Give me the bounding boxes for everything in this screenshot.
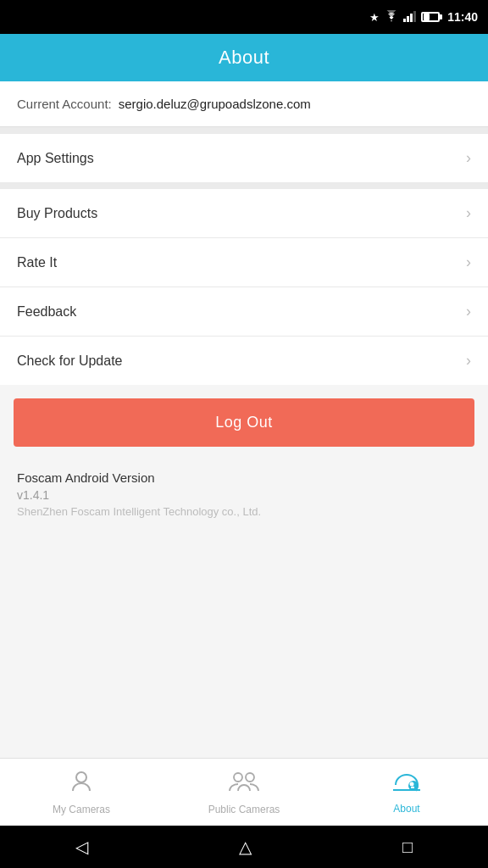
svg-rect-2: [410, 14, 413, 22]
my-cameras-label: My Cameras: [53, 804, 110, 815]
svg-rect-3: [413, 11, 416, 22]
version-section: Foscam Android Version v1.4.1 ShenZhen F…: [0, 460, 488, 528]
svg-rect-1: [407, 16, 409, 22]
svg-point-7: [408, 781, 419, 791]
menu-item-check-update[interactable]: Check for Update ›: [0, 337, 488, 385]
svg-point-5: [234, 773, 242, 782]
main-content: Current Account: sergio.deluz@grupoadslz…: [0, 81, 488, 758]
chevron-icon-5: ›: [466, 352, 471, 370]
svg-rect-0: [403, 19, 406, 22]
feedback-label: Feedback: [17, 304, 76, 320]
nav-item-about[interactable]: About: [325, 770, 488, 815]
my-cameras-icon: [69, 769, 94, 800]
status-time: 11:40: [447, 10, 478, 24]
menu-section-1: App Settings ›: [0, 134, 488, 182]
app-name: Foscam Android Version: [17, 470, 471, 485]
svg-point-8: [410, 782, 414, 787]
wifi-icon: [384, 10, 399, 25]
nav-item-public-cameras[interactable]: Public Cameras: [163, 769, 325, 815]
signal-icon: [403, 10, 417, 25]
logout-section: Log Out: [0, 385, 488, 460]
menu-item-app-settings[interactable]: App Settings ›: [0, 134, 488, 182]
section-divider-1: [0, 127, 488, 134]
menu-item-buy-products[interactable]: Buy Products ›: [0, 189, 488, 238]
svg-point-6: [246, 773, 254, 782]
svg-point-4: [76, 772, 86, 782]
logout-button[interactable]: Log Out: [14, 398, 474, 447]
app-version: v1.4.1: [17, 488, 471, 502]
status-bar: ★ 11:40: [0, 0, 488, 34]
account-section: Current Account: sergio.deluz@grupoadslz…: [0, 81, 488, 127]
menu-item-rate-it[interactable]: Rate It ›: [0, 238, 488, 287]
rate-it-label: Rate It: [17, 255, 57, 270]
menu-item-feedback[interactable]: Feedback ›: [0, 287, 488, 337]
chevron-icon: ›: [466, 149, 471, 167]
chevron-icon-4: ›: [466, 303, 471, 320]
about-icon: [389, 770, 424, 799]
battery-icon: [421, 12, 440, 22]
home-button[interactable]: △: [239, 837, 252, 857]
star-icon: ★: [369, 11, 380, 24]
bottom-navigation: My Cameras Public Cameras About: [0, 758, 488, 826]
android-nav-bar: ◁ △ □: [0, 826, 488, 868]
page-title: About: [219, 47, 269, 69]
back-button[interactable]: ◁: [75, 837, 88, 857]
chevron-icon-3: ›: [466, 253, 471, 271]
account-label: Current Account:: [17, 97, 112, 111]
menu-section-2: Buy Products › Rate It › Feedback › Chec…: [0, 189, 488, 385]
about-label: About: [393, 803, 419, 815]
public-cameras-icon: [226, 769, 262, 800]
app-settings-label: App Settings: [17, 151, 94, 166]
nav-item-my-cameras[interactable]: My Cameras: [0, 769, 163, 815]
chevron-icon-2: ›: [466, 204, 471, 222]
account-value: sergio.deluz@grupoadslzone.com: [119, 97, 311, 111]
buy-products-label: Buy Products: [17, 206, 97, 221]
section-divider-2: [0, 182, 488, 189]
app-company: ShenZhen Foscam Intelligent Technology c…: [17, 505, 471, 518]
recents-button[interactable]: □: [402, 837, 413, 857]
public-cameras-label: Public Cameras: [208, 804, 280, 815]
app-header: About: [0, 34, 488, 81]
status-icons: ★ 11:40: [369, 10, 478, 25]
check-update-label: Check for Update: [17, 353, 123, 369]
